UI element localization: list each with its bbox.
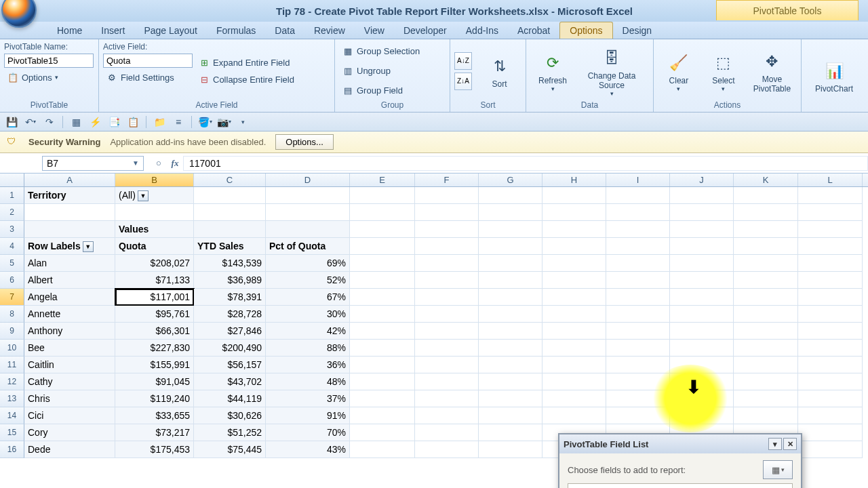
tab-design[interactable]: Design: [613, 22, 662, 39]
name-cell[interactable]: Anthony: [24, 323, 115, 340]
cell[interactable]: [606, 289, 670, 306]
cell[interactable]: [350, 373, 415, 390]
cell[interactable]: [415, 373, 479, 390]
cell[interactable]: [734, 187, 798, 204]
cell[interactable]: [415, 407, 479, 424]
name-cell[interactable]: Annette: [24, 306, 115, 323]
ytd-cell[interactable]: $28,728: [194, 306, 266, 323]
cell[interactable]: [606, 204, 670, 221]
cell[interactable]: [606, 373, 670, 390]
cell[interactable]: [479, 323, 542, 340]
cell[interactable]: [479, 289, 542, 306]
pct-cell[interactable]: 88%: [266, 340, 350, 357]
cell[interactable]: [479, 441, 542, 458]
cell[interactable]: [415, 357, 479, 373]
cell[interactable]: [670, 357, 734, 373]
pivottable-name-input[interactable]: [4, 54, 94, 68]
cancel-formula-icon[interactable]: ○: [151, 156, 167, 171]
quota-cell[interactable]: $33,655: [115, 407, 194, 424]
cell[interactable]: [415, 187, 479, 204]
cell[interactable]: [798, 340, 863, 357]
cell[interactable]: [350, 340, 415, 357]
name-box[interactable]: B7▼: [42, 156, 144, 171]
cell[interactable]: [734, 204, 798, 221]
cell[interactable]: [606, 255, 670, 272]
security-options-button[interactable]: Options...: [275, 134, 334, 150]
cell[interactable]: [798, 255, 863, 272]
cell[interactable]: [415, 323, 479, 340]
cell[interactable]: [479, 340, 542, 357]
row-header-1[interactable]: 1: [0, 187, 24, 204]
cell[interactable]: [798, 323, 863, 340]
cell[interactable]: [670, 204, 734, 221]
qat-more[interactable]: ▾: [235, 115, 250, 129]
column-header-J[interactable]: J: [670, 174, 734, 186]
cell[interactable]: [542, 407, 606, 424]
cell[interactable]: [734, 272, 798, 289]
cell[interactable]: [734, 221, 798, 238]
cell[interactable]: [734, 238, 798, 255]
cell[interactable]: [479, 204, 542, 221]
name-cell[interactable]: Dede: [24, 441, 115, 458]
cell[interactable]: [479, 407, 542, 424]
cell[interactable]: [266, 221, 350, 238]
tab-page-layout[interactable]: Page Layout: [134, 22, 207, 39]
cell[interactable]: [734, 340, 798, 357]
ytd-cell[interactable]: $43,702: [194, 373, 266, 390]
cell[interactable]: [479, 221, 542, 238]
tab-insert[interactable]: Insert: [92, 22, 134, 39]
qat-btn-6[interactable]: ≡: [171, 115, 186, 129]
cell[interactable]: [542, 204, 606, 221]
pct-cell[interactable]: 36%: [266, 357, 350, 373]
pct-cell[interactable]: 70%: [266, 424, 350, 441]
pct-cell[interactable]: 30%: [266, 306, 350, 323]
quota-cell[interactable]: $71,133: [115, 272, 194, 289]
cell[interactable]: [606, 407, 670, 424]
cell[interactable]: [479, 255, 542, 272]
cell[interactable]: [350, 357, 415, 373]
select-all-corner[interactable]: [0, 174, 24, 186]
cell[interactable]: [350, 441, 415, 458]
collapse-field-button[interactable]: ⊟Collapse Entire Field: [195, 72, 297, 87]
cell[interactable]: [479, 306, 542, 323]
cell[interactable]: [542, 306, 606, 323]
change-data-source-button[interactable]: 🗄Change Data Source ▾: [578, 42, 646, 100]
tab-developer[interactable]: Developer: [394, 22, 456, 39]
cell[interactable]: [415, 221, 479, 238]
group-selection-button[interactable]: ▦Group Selection: [339, 43, 422, 58]
cell[interactable]: [415, 272, 479, 289]
filter-value-cell[interactable]: (All)▼: [115, 187, 194, 204]
cell[interactable]: [606, 221, 670, 238]
qat-btn-1[interactable]: ▦: [68, 115, 83, 129]
ytd-cell[interactable]: $143,539: [194, 255, 266, 272]
ytd-cell[interactable]: $44,119: [194, 390, 266, 407]
pct-cell[interactable]: 91%: [266, 407, 350, 424]
column-header-L[interactable]: L: [798, 174, 863, 186]
pct-cell[interactable]: 48%: [266, 373, 350, 390]
ytd-cell[interactable]: $75,445: [194, 441, 266, 458]
cell[interactable]: [350, 390, 415, 407]
cell[interactable]: [734, 306, 798, 323]
tab-formulas[interactable]: Formulas: [207, 22, 265, 39]
cell[interactable]: [606, 340, 670, 357]
filter-dropdown-icon[interactable]: ▼: [138, 190, 149, 201]
ytd-cell[interactable]: $30,626: [194, 407, 266, 424]
cell[interactable]: [542, 221, 606, 238]
cell[interactable]: [350, 187, 415, 204]
cell[interactable]: [415, 306, 479, 323]
cell[interactable]: [734, 255, 798, 272]
name-cell[interactable]: Chris: [24, 390, 115, 407]
column-header-C[interactable]: C: [194, 174, 266, 186]
cell[interactable]: [350, 238, 415, 255]
redo-icon[interactable]: ↷: [42, 115, 57, 129]
quota-cell[interactable]: $117,001: [115, 289, 194, 306]
row-header-8[interactable]: 8: [0, 306, 24, 323]
name-cell[interactable]: Bee: [24, 340, 115, 357]
cell[interactable]: [670, 390, 734, 407]
quota-cell[interactable]: $208,027: [115, 255, 194, 272]
name-cell[interactable]: Caitlin: [24, 357, 115, 373]
row-header-6[interactable]: 6: [0, 272, 24, 289]
column-header-A[interactable]: A: [24, 174, 115, 186]
filter-field-label[interactable]: Territory: [24, 187, 115, 204]
column-header-G[interactable]: G: [479, 174, 542, 186]
